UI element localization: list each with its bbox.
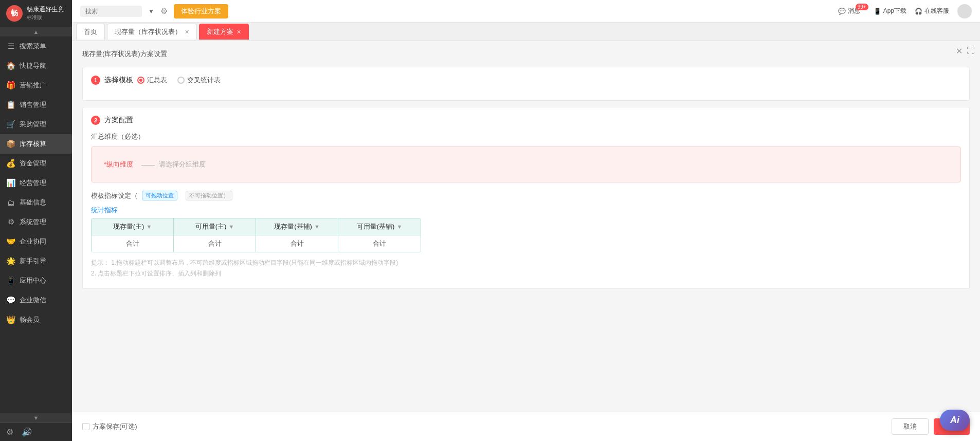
app-download-button[interactable]: 📱 App下载 — [874, 7, 906, 15]
stat-section-label: 统计指标 — [91, 206, 961, 215]
logo-text-block: 畅康通好生意 标准版 — [27, 6, 64, 21]
tab-new-scheme-close[interactable]: ✕ — [237, 29, 241, 35]
ai-bubble[interactable]: Ai — [940, 410, 970, 431]
logo-name: 畅康通好生意 — [27, 6, 64, 14]
section2-num: 2 — [91, 116, 100, 125]
stat-col-4-chevron[interactable]: ▼ — [396, 224, 402, 230]
sidebar-item-sales[interactable]: 📋 销售管理 — [0, 95, 72, 115]
sidebar-item-label: 系统管理 — [20, 217, 46, 227]
sidebar-item-cooperation[interactable]: 🤝 企业协同 — [0, 232, 72, 251]
service-label: 在线客服 — [924, 7, 949, 15]
sidebar-item-label: 畅会员 — [20, 315, 40, 324]
stat-col-4-body: 合计 — [338, 235, 421, 252]
topbar-gear-icon[interactable]: ⚙ — [160, 6, 168, 16]
sidebar-item-marketing[interactable]: 🎁 营销推广 — [0, 76, 72, 95]
app-download-icon: 📱 — [874, 8, 881, 15]
radio-summary-label: 汇总表 — [147, 76, 167, 85]
stat-col-2-header[interactable]: 可用量(主) ▼ — [174, 218, 256, 235]
stat-col-3-header[interactable]: 现存量(基辅) ▼ — [256, 218, 338, 235]
sidebar-item-label: 新手引导 — [20, 256, 46, 266]
expand-icon[interactable]: ⛶ — [967, 46, 975, 56]
sidebar-logo: 畅 畅康通好生意 标准版 — [0, 0, 72, 27]
sidebar-item-operation[interactable]: 📊 经营管理 — [0, 173, 72, 193]
footer: 方案保存(可选) 取消 查询 — [72, 412, 980, 441]
search-input[interactable] — [80, 6, 142, 17]
sidebar-item-inventory[interactable]: 📦 库存核算 — [0, 134, 72, 154]
topbar-dropdown-icon[interactable]: ▼ — [148, 8, 154, 15]
hint-1: 提示： 1.拖动标题栏可以调整布局，不可跨维度或指标区域拖动栏目字段(只能在同一… — [91, 259, 961, 267]
section-scheme-config: 2 方案配置 汇总维度（必选） *纵向维度 —— 请选择分组维度 模板指标设定（… — [82, 107, 970, 289]
stat-col-2-chevron[interactable]: ▼ — [228, 224, 234, 230]
sidebar-item-quick-nav[interactable]: 🏠 快捷导航 — [0, 56, 72, 76]
stat-col-3-body: 合计 — [256, 235, 338, 252]
dimension-dash: —— — [141, 161, 155, 169]
purchase-icon: 🛒 — [6, 120, 15, 129]
stat-col-3: 现存量(基辅) ▼ 合计 — [256, 218, 338, 252]
sidebar-item-label: 库存核算 — [20, 139, 46, 149]
page-title: 现存量(库存状况表)方案设置 — [82, 49, 970, 59]
sidebar-item-app-center[interactable]: 📱 应用中心 — [0, 271, 72, 290]
sidebar-item-new-guide[interactable]: 🌟 新手引导 — [0, 251, 72, 271]
vertical-dimension-label: *纵向维度 — [104, 160, 133, 169]
sidebar-scroll-up[interactable]: ▲ — [0, 27, 72, 36]
service-icon: 🎧 — [915, 8, 922, 15]
sidebar-item-label: 采购管理 — [20, 120, 46, 129]
system-icon: ⚙ — [6, 217, 15, 227]
sidebar-item-wechat[interactable]: 💬 企业微信 — [0, 290, 72, 310]
section1-title: 选择模板 — [104, 76, 133, 85]
new-guide-icon: 🌟 — [6, 256, 15, 266]
stat-col-1-chevron[interactable]: ▼ — [146, 224, 152, 230]
dimension-area[interactable]: *纵向维度 —— 请选择分组维度 — [91, 146, 961, 182]
settings-icon[interactable]: ⚙ — [6, 427, 13, 437]
stat-col-1-header[interactable]: 现存量(主) ▼ — [92, 218, 173, 235]
sidebar-item-label: 营销推广 — [20, 81, 46, 90]
radio-cross[interactable]: 交叉统计表 — [177, 76, 221, 85]
save-option[interactable]: 方案保存(可选) — [82, 422, 137, 431]
tab-inventory-status[interactable]: 现存量（库存状况表） ✕ — [107, 24, 197, 40]
sidebar-item-label: 应用中心 — [20, 276, 46, 285]
sidebar-item-label: 经营管理 — [20, 178, 46, 188]
hints-section: 提示： 1.拖动标题栏可以调整布局，不可跨维度或指标区域拖动栏目字段(只能在同一… — [91, 259, 961, 278]
stat-col-4-label: 可用量(基辅) — [357, 222, 395, 231]
message-icon: 💬 — [838, 8, 846, 15]
sidebar-scroll-down[interactable]: ▼ — [0, 413, 72, 422]
tab-new-scheme[interactable]: 新建方案 ✕ — [199, 24, 249, 40]
message-button[interactable]: 💬 消息 99+ — [838, 7, 865, 15]
volume-icon[interactable]: 🔊 — [22, 427, 32, 437]
save-label: 方案保存(可选) — [93, 422, 137, 431]
app-center-icon: 📱 — [6, 276, 15, 285]
radio-summary[interactable]: 汇总表 — [137, 76, 167, 85]
sidebar-item-purchase[interactable]: 🛒 采购管理 — [0, 115, 72, 134]
inventory-icon: 📦 — [6, 139, 15, 149]
section-template: 1 选择模板 汇总表 交叉统计表 — [82, 67, 970, 101]
sidebar-bottom: ⚙ 🔊 — [0, 422, 72, 441]
stat-col-4-header[interactable]: 可用量(基辅) ▼ — [338, 218, 421, 235]
sidebar-item-label: 资金管理 — [20, 159, 46, 168]
tab-home[interactable]: 首页 — [76, 24, 105, 40]
sidebar-item-label: 销售管理 — [20, 100, 46, 109]
cancel-button[interactable]: 取消 — [892, 418, 929, 435]
tab-inventory-close[interactable]: ✕ — [185, 29, 189, 35]
dimension-required-label: 汇总维度（必选） — [91, 132, 961, 141]
sidebar-item-member[interactable]: 👑 畅会员 — [0, 310, 72, 329]
tab-new-scheme-label: 新建方案 — [207, 27, 233, 36]
online-service-button[interactable]: 🎧 在线客服 — [915, 7, 949, 15]
sidebar-item-basic-info[interactable]: 🗂 基础信息 — [0, 193, 72, 212]
user-avatar[interactable] — [957, 4, 972, 19]
sidebar-item-search-menu[interactable]: ☰ 搜索菜单 — [0, 36, 72, 56]
search-menu-icon: ☰ — [6, 42, 15, 51]
radio-cross-circle — [177, 77, 185, 84]
sidebar-nav: ☰ 搜索菜单 🏠 快捷导航 🎁 营销推广 📋 销售管理 🛒 采购管理 📦 库存核… — [0, 36, 72, 413]
section1-header: 1 选择模板 汇总表 交叉统计表 — [91, 76, 961, 85]
close-window-icon[interactable]: ✕ — [956, 46, 963, 56]
stat-col-2: 可用量(主) ▼ 合计 — [174, 218, 256, 252]
sidebar-item-label: 企业协同 — [20, 237, 46, 246]
stat-col-3-chevron[interactable]: ▼ — [314, 224, 320, 230]
sidebar-item-finance[interactable]: 💰 资金管理 — [0, 154, 72, 173]
trial-button[interactable]: 体验行业方案 — [174, 4, 228, 19]
tab-inventory-label: 现存量（库存状况表） — [115, 27, 182, 36]
save-checkbox[interactable] — [82, 423, 89, 430]
finance-icon: 💰 — [6, 159, 15, 168]
stat-col-3-label: 现存量(基辅) — [274, 222, 312, 231]
sidebar-item-system[interactable]: ⚙ 系统管理 — [0, 212, 72, 232]
